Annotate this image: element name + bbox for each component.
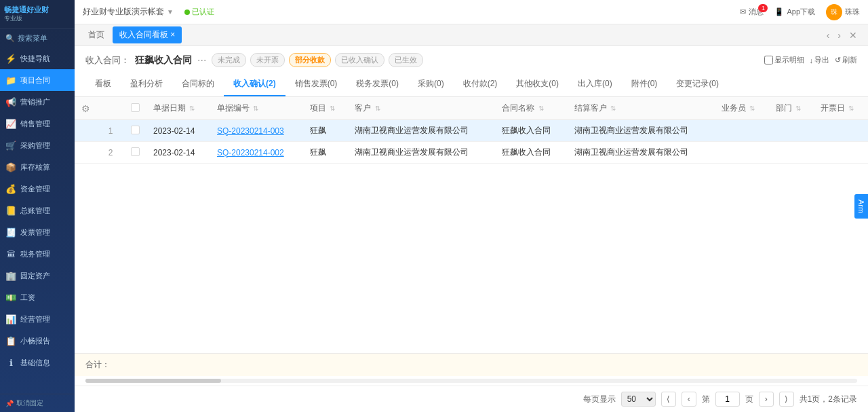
sidebar-item-project-contract[interactable]: 📁 项目合同: [0, 69, 75, 91]
sidebar-item-marketing[interactable]: 📢 营销推广: [0, 91, 75, 113]
company-selector[interactable]: 好业财专业版演示帐套 ▼: [83, 6, 174, 18]
row1-checkbox[interactable]: [131, 126, 140, 134]
row2-checkbox[interactable]: [131, 147, 140, 156]
tab-prev-button[interactable]: ‹: [824, 30, 833, 41]
row1-checkbox-cell[interactable]: [124, 120, 146, 142]
export-action[interactable]: ↓ 导出: [810, 55, 830, 65]
sidebar-item-label: 基础信息: [20, 358, 50, 368]
select-all-checkbox[interactable]: [131, 103, 140, 112]
horizontal-scrollbar-area[interactable]: [75, 376, 868, 386]
row2-checkbox-cell[interactable]: [124, 142, 146, 164]
row1-order-no[interactable]: SQ-20230214-003: [210, 120, 303, 142]
prev-page-button[interactable]: ‹: [682, 392, 696, 407]
tab-income-contract[interactable]: 收入合同看板 ×: [113, 26, 182, 43]
sidebar-item-fixed-assets[interactable]: 🏢 固定资产: [0, 265, 75, 286]
last-page-button[interactable]: ⟩: [779, 392, 794, 407]
col-settings[interactable]: ⚙: [75, 97, 97, 120]
tab-payment[interactable]: 收付款(2): [454, 73, 507, 96]
sidebar-item-inventory[interactable]: 📦 库存核算: [0, 156, 75, 178]
sidebar-item-basic-info[interactable]: ℹ 基础信息: [0, 352, 75, 373]
page-header-actions: 显示明细 ↓ 导出 ↺ 刷新: [764, 55, 858, 65]
col-project[interactable]: 项目 ⇅: [303, 97, 348, 120]
col-result-customer[interactable]: 结算客户 ⇅: [568, 97, 715, 120]
col-contract-name[interactable]: 合同名称 ⇅: [495, 97, 567, 120]
refresh-action[interactable]: ↺ 刷新: [835, 55, 857, 65]
col-salesperson[interactable]: 业务员 ⇅: [715, 97, 769, 120]
sidebar-item-sales[interactable]: 📈 销售管理: [0, 113, 75, 134]
table-row[interactable]: 2 2023-02-14 SQ-20230214-002 狂飙 湖南卫视商业运营…: [75, 142, 868, 164]
page-number-input[interactable]: [715, 392, 740, 407]
user-menu[interactable]: 珠 珠珠: [826, 4, 860, 20]
page-size-select[interactable]: 20 50 100: [621, 392, 656, 407]
settings-icon[interactable]: ⚙: [81, 103, 90, 114]
main-area: 好业财专业版演示帐套 ▼ 已认证 ✉ 1 消息 📱 App下载 珠 珠珠 首页: [75, 0, 868, 412]
row2-order-no[interactable]: SQ-20230214-002: [210, 142, 303, 164]
tab-profit[interactable]: 盈利分析: [121, 73, 172, 96]
sidebar-item-labor[interactable]: 💵 工资: [0, 286, 75, 308]
sidebar-item-purchase[interactable]: 🛒 采购管理: [0, 134, 75, 156]
sort-sales-icon[interactable]: ⇅: [749, 105, 755, 112]
sidebar-item-fund[interactable]: 💰 资金管理: [0, 178, 75, 200]
sort-dept-icon[interactable]: ⇅: [795, 105, 801, 112]
first-page-button[interactable]: ⟨: [661, 392, 676, 407]
tab-tax-invoice[interactable]: 税务发票(0): [347, 73, 408, 96]
sort-project-icon[interactable]: ⇅: [330, 105, 335, 112]
sidebar-item-search[interactable]: 🔍 搜索菜单: [0, 29, 75, 48]
sidebar-item-tax[interactable]: 🏛 税务管理: [0, 243, 75, 265]
col-order-no[interactable]: 单据编号 ⇅: [210, 97, 303, 120]
sidebar-item-quick-nav[interactable]: ⚡ 快捷导航: [0, 48, 75, 69]
page-title-row: 收入合同： 狂飙收入合同 ··· 未完成 未开票 部分收款 已收入确认 已生效 …: [85, 53, 857, 67]
sidebar-item-label: 快捷导航: [20, 54, 50, 64]
row1-order-link[interactable]: SQ-20230214-003: [217, 126, 284, 136]
sidebar-item-ledger[interactable]: 📒 总账管理: [0, 200, 75, 221]
sidebar-item-report[interactable]: 📋 小畅报告: [0, 330, 75, 352]
tab-next-button[interactable]: ›: [835, 30, 844, 41]
col-customer[interactable]: 客户 ⇅: [348, 97, 495, 120]
status-uninvoiced[interactable]: 未开票: [250, 53, 285, 67]
sort-result-icon[interactable]: ⇅: [610, 105, 616, 112]
col-department[interactable]: 部门 ⇅: [769, 97, 814, 120]
app-subtitle: 专业版: [4, 14, 49, 23]
next-page-button[interactable]: ›: [759, 392, 774, 407]
col-date[interactable]: 单据日期 ⇅: [146, 97, 210, 120]
row2-order-link[interactable]: SQ-20230214-002: [217, 148, 284, 157]
status-incomplete[interactable]: 未完成: [212, 53, 246, 67]
col-checkbox: [124, 97, 146, 120]
sidebar-item-label: 小畅报告: [20, 336, 50, 346]
col-open-date[interactable]: 开票日 ⇅: [814, 97, 868, 120]
more-button[interactable]: ···: [197, 55, 206, 66]
sort-customer-icon[interactable]: ⇅: [375, 105, 380, 112]
show-detail-checkbox[interactable]: [764, 56, 773, 64]
sort-order-icon[interactable]: ⇅: [253, 105, 258, 112]
sort-open-date-icon[interactable]: ⇅: [848, 105, 854, 112]
app-download-button[interactable]: 📱 App下载: [774, 7, 815, 17]
tab-home[interactable]: 首页: [83, 29, 110, 41]
status-confirmed[interactable]: 已收入确认: [335, 53, 384, 67]
sidebar-item-invoice[interactable]: 🧾 发票管理: [0, 221, 75, 243]
sort-date-icon[interactable]: ⇅: [189, 105, 195, 112]
status-partial[interactable]: 部分收款: [289, 53, 331, 67]
table-row[interactable]: 1 2023-02-14 SQ-20230214-003 狂飙 湖南卫视商业运营…: [75, 120, 868, 142]
tab-kanban[interactable]: 看板: [85, 73, 121, 96]
tab-change-log[interactable]: 变更记录(0): [667, 73, 728, 96]
tab-purchase[interactable]: 采购(0): [408, 73, 454, 96]
sidebar-bottom-pin[interactable]: 📌 取消固定: [0, 394, 75, 412]
tab-other-income[interactable]: 其他收支(0): [507, 73, 568, 96]
tab-income-confirm[interactable]: 收入确认(2): [224, 73, 285, 96]
status-effective[interactable]: 已生效: [389, 53, 423, 67]
tab-contract-std[interactable]: 合同标的: [172, 73, 224, 96]
sidebar-item-label: 总账管理: [20, 206, 50, 216]
tab-warehouse[interactable]: 出入库(0): [568, 73, 622, 96]
tab-attachment[interactable]: 附件(0): [622, 73, 667, 96]
scrollbar-track[interactable]: [85, 379, 857, 383]
app-download-label: App下载: [787, 7, 815, 17]
show-detail-action[interactable]: 显示明细: [764, 55, 804, 65]
sidebar-item-operations[interactable]: 📊 经营管理: [0, 308, 75, 330]
tab-sales-invoice[interactable]: 销售发票(0): [285, 73, 347, 96]
sidebar-logo: 畅捷通好业财 专业版: [0, 0, 75, 29]
scrollbar-thumb[interactable]: [85, 379, 221, 383]
right-edge-button[interactable]: Arm: [854, 193, 868, 218]
sort-contract-icon[interactable]: ⇅: [538, 105, 544, 112]
tab-close-button[interactable]: ✕: [846, 30, 860, 41]
message-button[interactable]: ✉ 1 消息: [740, 7, 764, 17]
